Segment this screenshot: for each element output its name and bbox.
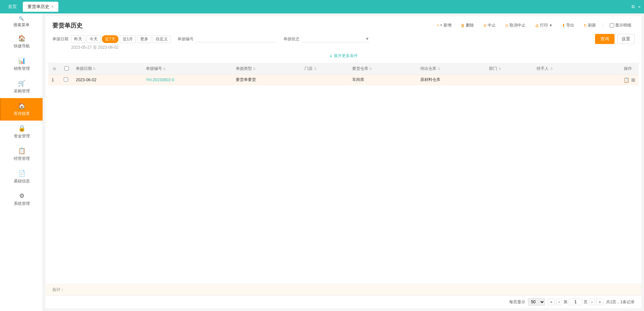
date-filter: 单据日期 昨天 今天 近7天 近1月 更多 自定义 [52,35,171,43]
th-date[interactable]: 单据日期 ⇅ [72,63,143,75]
page-size-select[interactable]: 50 10 20 100 [528,298,545,306]
display-detail-label: 显示明细 [615,23,631,28]
row-copy-icon[interactable]: ⊞ [631,77,635,83]
display-detail-checkbox[interactable] [610,23,614,28]
settings-col-header[interactable]: ⚙ [48,63,60,75]
date-btn-more[interactable]: 更多 [137,35,151,43]
row-handler [533,75,591,85]
chart-icon: 📊 [18,57,25,64]
th-order-no[interactable]: 单据编号 ⇅ [143,63,232,75]
export-label: 导出 [566,23,574,28]
operations-icon: 📋 [18,147,25,154]
cancel-stop-button[interactable]: ⊙ 取消中止 [502,21,529,30]
order-no-filter: 单据编号 [177,36,277,42]
date-btn-custom[interactable]: 自定义 [153,35,171,43]
order-no-link[interactable]: YH-20230602-0 [146,78,174,82]
add-button[interactable]: + + 新增 [433,21,455,30]
date-btn-7days[interactable]: 近7天 [102,35,118,43]
sidebar-search[interactable]: 🔍 搜索菜单 [0,13,43,31]
tab-close-icon[interactable]: × [51,4,54,9]
date-btn-1month[interactable]: 近1月 [120,35,136,43]
delete-icon: 🗑 [461,23,465,28]
doc-icon: 📄 [18,170,25,177]
checkbox-col-header [60,63,72,75]
cancel-stop-icon: ⊙ [505,23,508,28]
page-next-btn[interactable]: › [589,299,595,305]
sidebar-item-finance[interactable]: 🔒 资金管理 [0,121,43,143]
date-btn-today[interactable]: 今天 [87,35,101,43]
table-header-row: ⚙ 单据日期 ⇅ 单据编号 ⇅ [48,63,639,75]
sidebar-item-operations[interactable]: 📋 经营管理 [0,143,43,166]
print-dropdown-icon: ▼ [549,24,552,27]
page-prev-btn[interactable]: ‹ [556,299,562,305]
sidebar-item-purchase[interactable]: 🛒 采购管理 [0,76,43,98]
lock-icon: 🔒 [18,125,25,132]
sidebar-item-system[interactable]: ⚙ 系统管理 [0,188,43,211]
page-first-btn[interactable]: « [548,299,555,305]
order-no-input[interactable] [196,36,277,42]
page-last-btn[interactable]: » [596,299,603,305]
toolbar-divider [603,23,603,28]
row-edit-icon[interactable]: 📋 [624,77,629,83]
filter-area: 单据日期 昨天 今天 近7天 近1月 更多 自定义 [46,30,641,63]
row-date: 2023-06-02 [72,75,143,85]
th-req-warehouse[interactable]: 要货仓库 ⇅ [349,63,417,75]
delete-button[interactable]: 🗑 删除 [458,21,477,30]
close-icon[interactable]: × [638,4,641,9]
status-input[interactable] [302,36,365,42]
stop-button[interactable]: ⊘ 中止 [480,21,499,30]
query-button[interactable]: 查询 [595,34,614,44]
select-all-checkbox[interactable] [64,66,69,71]
expand-more[interactable]: ∨ 展开更多条件 [52,53,635,59]
status-dropdown-icon[interactable]: ▼ [365,36,370,41]
top-bar: 首页 要货单历史 × ⧉ × [0,0,644,13]
tab-order-history-label: 要货单历史 [28,4,49,10]
refresh-button[interactable]: ↻ 刷新 [580,21,599,30]
pagination-bar: 每页显示 50 10 20 100 « ‹ 第 页 › » [46,295,641,308]
stop-label: 中止 [488,23,496,28]
sort-icon-store: ⇅ [314,67,317,71]
page-header: 要货单历史 + + 新增 🗑 删除 ⊘ 中止 [46,16,641,30]
restore-icon[interactable]: ⧉ [632,4,635,9]
sidebar-item-label: 经营管理 [14,156,30,162]
print-button[interactable]: 🖨 打印 ▼ [532,21,556,30]
refresh-label: 刷新 [588,23,596,28]
total-info: 共1页，1条记录 [606,299,635,305]
page-input[interactable] [569,299,582,305]
sidebar-item-sales[interactable]: 📊 销售管理 [0,53,43,76]
sort-icon-date: ⇅ [93,67,96,71]
sidebar-item-inventory[interactable]: 🏠 库存核算 [0,98,43,121]
th-department[interactable]: 部门 ⇅ [486,63,533,75]
sort-icon-pendwh: ⇅ [438,67,440,71]
export-button[interactable]: ⬇ 导出 [558,21,578,30]
sort-icon-orderno: ⇅ [163,67,166,71]
display-detail-button[interactable]: 显示明细 [606,21,635,30]
th-store[interactable]: 门店 ⇅ [301,63,349,75]
sidebar-item-basic-info[interactable]: 📄 基础信息 [0,166,43,188]
th-pending-warehouse[interactable]: 待出仓库 ⇅ [417,63,486,75]
date-btn-yesterday[interactable]: 昨天 [71,35,85,43]
status-label: 单据状态 [283,36,300,42]
sidebar-item-quick-nav[interactable]: 🏠 快捷导航 [0,31,43,53]
settings-button[interactable]: 设置 [617,34,635,44]
date-filter-btns: 昨天 今天 近7天 近1月 更多 自定义 [71,35,171,43]
row-order-no: YH-20230602-0 [143,75,232,85]
row-department [486,75,533,85]
page-label: 第 [564,299,568,305]
sidebar-item-label: 销售管理 [14,66,30,72]
th-handler[interactable]: 经手人 ⇅ [533,63,591,75]
tab-order-history[interactable]: 要货单历史 × [23,2,58,12]
row-select-checkbox[interactable] [64,77,68,82]
data-table: ⚙ 单据日期 ⇅ 单据编号 ⇅ [48,63,639,85]
sort-icon-dept: ⇅ [498,67,501,71]
refresh-icon: ↻ [584,23,587,28]
row-action: 📋 ⊞ [591,75,639,85]
date-filter-label: 单据日期 [52,36,68,42]
page-size-label: 每页显示 [509,299,525,305]
status-select-container: ▼ [302,36,369,42]
th-order-type[interactable]: 单据类型 ⇅ [232,63,301,75]
export-icon: ⬇ [562,23,565,28]
row-checkbox [60,75,72,85]
sidebar-item-label: 采购管理 [14,88,30,94]
tab-home[interactable]: 首页 [3,2,21,12]
